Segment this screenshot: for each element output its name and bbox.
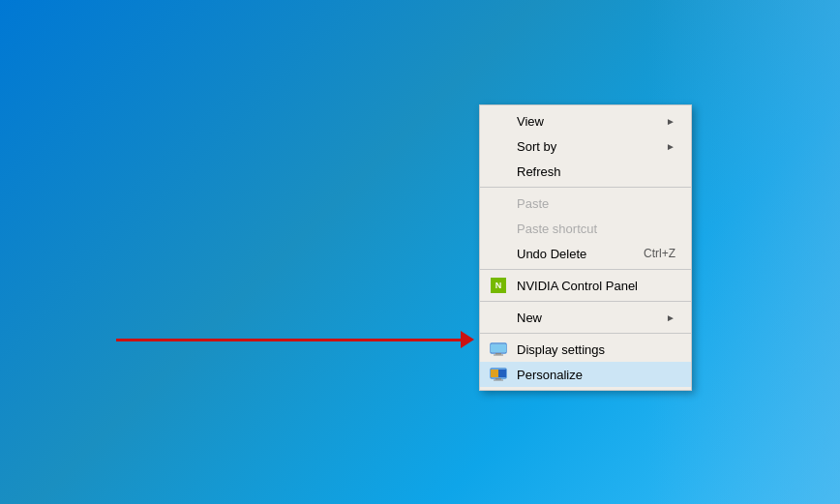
svg-rect-7 bbox=[495, 378, 501, 380]
context-menu: View ► Sort by ► Refresh Paste Paste sho… bbox=[479, 104, 692, 391]
submenu-arrow-sort-by: ► bbox=[666, 141, 675, 152]
menu-label-display-settings: Display settings bbox=[517, 342, 675, 357]
menu-label-new: New bbox=[517, 311, 666, 325]
separator-3 bbox=[480, 301, 691, 302]
menu-item-personalize[interactable]: Personalize bbox=[480, 362, 691, 387]
arrow bbox=[116, 331, 474, 348]
arrow-line bbox=[116, 339, 461, 341]
menu-item-refresh[interactable]: Refresh bbox=[480, 159, 691, 184]
separator-1 bbox=[480, 187, 691, 188]
menu-label-nvidia: NVIDIA Control Panel bbox=[517, 279, 675, 293]
menu-item-nvidia[interactable]: N NVIDIA Control Panel bbox=[480, 273, 691, 298]
svg-rect-6 bbox=[498, 370, 506, 377]
svg-rect-2 bbox=[495, 353, 501, 355]
submenu-arrow-new: ► bbox=[666, 312, 675, 323]
menu-item-view[interactable]: View ► bbox=[480, 108, 691, 133]
menu-item-sort-by[interactable]: Sort by ► bbox=[480, 133, 691, 159]
display-icon bbox=[488, 339, 509, 360]
menu-label-paste: Paste bbox=[517, 196, 675, 211]
menu-label-view: View bbox=[517, 114, 666, 129]
arrow-head bbox=[461, 331, 474, 348]
svg-rect-1 bbox=[491, 344, 506, 352]
menu-item-paste-shortcut[interactable]: Paste shortcut bbox=[480, 216, 691, 241]
menu-label-sort-by: Sort by bbox=[517, 139, 666, 154]
menu-item-paste[interactable]: Paste bbox=[480, 191, 691, 216]
menu-item-new[interactable]: New ► bbox=[480, 305, 691, 330]
separator-2 bbox=[480, 269, 691, 270]
svg-rect-5 bbox=[491, 370, 498, 377]
separator-4 bbox=[480, 333, 691, 334]
menu-item-display-settings[interactable]: Display settings bbox=[480, 337, 691, 362]
shortcut-undo-delete: Ctrl+Z bbox=[644, 247, 675, 260]
menu-label-undo-delete: Undo Delete bbox=[517, 247, 624, 261]
submenu-arrow-view: ► bbox=[666, 116, 675, 127]
nvidia-icon: N bbox=[488, 275, 509, 296]
menu-label-refresh: Refresh bbox=[517, 164, 675, 179]
svg-rect-3 bbox=[494, 355, 503, 356]
svg-rect-8 bbox=[494, 380, 503, 381]
desktop: View ► Sort by ► Refresh Paste Paste sho… bbox=[0, 0, 840, 504]
personalize-icon bbox=[488, 364, 509, 385]
menu-label-personalize: Personalize bbox=[517, 368, 675, 382]
menu-label-paste-shortcut: Paste shortcut bbox=[517, 222, 675, 236]
menu-item-undo-delete[interactable]: Undo Delete Ctrl+Z bbox=[480, 241, 691, 266]
